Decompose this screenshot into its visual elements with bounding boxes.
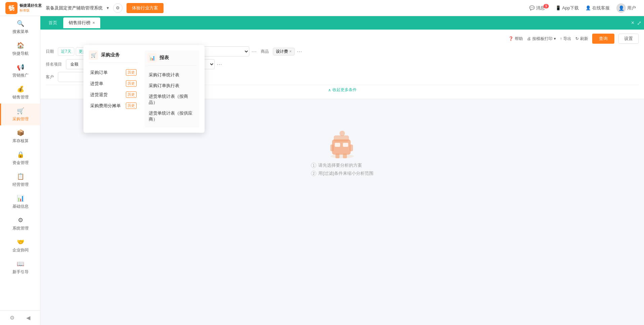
print-button[interactable]: 🖨 按模板打印 ▾ (527, 36, 556, 42)
sidebar-item-purchase[interactable]: 🛒 采购管理 (0, 104, 40, 125)
query-button[interactable]: 查询 (592, 34, 614, 44)
online-service-button[interactable]: 👤 在线客服 (585, 5, 610, 11)
avatar: 👤 (616, 3, 626, 13)
sidebar-item-label: 库存核算 (12, 138, 29, 144)
message-button[interactable]: 💬 消息 9 (529, 5, 549, 11)
top-header: 畅 畅捷通好生意 标准版 装备及固定资产辅助管理系统 ▾ ⚙ 体验行业方案 💬 … (0, 0, 644, 16)
industry-button[interactable]: 体验行业方案 (127, 3, 164, 13)
history-tag-expense: 历史 (126, 103, 137, 109)
basic-info-icon: 📊 (16, 194, 25, 202)
sidebar-item-guide[interactable]: 📖 新手引导 (0, 256, 40, 278)
dropdown-item-order-stats[interactable]: 采购订单统计表 (147, 70, 196, 80)
export-button[interactable]: ↑ 导出 (560, 36, 571, 42)
settings-button[interactable]: 设置 (618, 34, 639, 44)
svg-rect-7 (343, 154, 347, 158)
sales-icon: 💰 (16, 85, 25, 93)
refresh-button[interactable]: ↻ 刷新 (575, 36, 588, 42)
goods-tag: 设计费 × (273, 48, 295, 55)
sidebar-item-system[interactable]: ⚙ 系统管理 (0, 213, 40, 235)
tab-bar: 首页 销售排行榜 × × ⤢ (40, 16, 644, 30)
dropdown-item-return[interactable]: 进货退货 历史 (89, 89, 138, 100)
sidebar-collapse-button[interactable]: ◀ (26, 315, 30, 321)
history-tag-return: 历史 (126, 91, 137, 98)
user-menu-button[interactable]: 👤 用户 (616, 3, 636, 13)
header-middle: 装备及固定资产辅助管理系统 ▾ ⚙ 体验行业方案 (46, 3, 529, 13)
reports-col-icon: 📊 (147, 53, 157, 63)
guide-icon: 📖 (16, 260, 25, 268)
sidebar-item-label: 新手引导 (12, 269, 29, 275)
status-more-button[interactable]: ⋯ (251, 48, 257, 55)
tab-sales-ranking[interactable]: 销售排行榜 × (63, 17, 100, 28)
sidebar-item-label: 经营管理 (12, 182, 29, 188)
print-icon: 🖨 (527, 36, 531, 41)
tab-home[interactable]: 首页 (43, 17, 63, 28)
salesperson-more-button[interactable]: ⋯ (217, 61, 222, 68)
dropdown-item-order-exec[interactable]: 采购订单执行表 (147, 80, 196, 91)
tab-close-button[interactable]: × (93, 21, 95, 25)
purchase-business-col: 🛒 采购业务 采购订单 历史 进货单 历史 进货退货 历史 (89, 50, 138, 127)
sidebar-item-marketing[interactable]: 📢 营销推广 (0, 60, 40, 82)
sidebar-item-label: 企业协同 (12, 247, 29, 253)
search-menu-icon: 🔍 (16, 19, 25, 28)
sidebar-item-search-menu[interactable]: 🔍 搜索菜单 (0, 16, 40, 38)
dropdown-item-inbound-stats-supplier[interactable]: 进货单统计表（按供应商） (147, 108, 196, 125)
dropdown-item-expense[interactable]: 采购费用分摊单 历史 (89, 100, 138, 111)
logo-text: 畅捷通好生意 标准版 (20, 3, 42, 13)
sidebar-item-finance[interactable]: 🔒 资金管理 (0, 147, 40, 169)
operation-icon: 📋 (16, 172, 25, 180)
header-right: 💬 消息 9 📱 App下载 👤 在线客服 👤 用户 (529, 3, 636, 13)
svg-rect-3 (343, 143, 348, 147)
sidebar-item-label: 营销推广 (12, 73, 29, 78)
print-dropdown-icon: ▾ (554, 36, 556, 41)
dropdown-item-purchase-order[interactable]: 采购订单 历史 (89, 67, 138, 78)
sidebar-item-inventory[interactable]: 📦 库存核算 (0, 125, 40, 147)
sidebar-item-label: 采购管理 (12, 116, 29, 122)
reports-col: 📊 报表 采购订单统计表 采购订单执行表 进货单统计表（按商品） 进货单统计表（… (145, 50, 199, 127)
sidebar-item-label: 快捷导航 (12, 51, 29, 56)
goods-tag-close[interactable]: × (289, 49, 292, 54)
sidebar-item-sales[interactable]: 💰 销售管理 (0, 82, 40, 104)
sidebar-item-label: 基础信息 (12, 204, 29, 209)
purchase-col-title: 采购业务 (101, 52, 120, 58)
svg-rect-1 (332, 139, 351, 155)
svg-rect-8 (334, 135, 349, 141)
export-icon: ↑ (560, 36, 562, 41)
help-button[interactable]: ❓ 帮助 (508, 36, 523, 42)
date-quick-7days[interactable]: 近7天 (58, 47, 74, 56)
dropdown-columns: 🛒 采购业务 采购订单 历史 进货单 历史 进货退货 历史 (89, 50, 199, 127)
sidebar-item-operation[interactable]: 📋 经营管理 (0, 169, 40, 191)
sidebar-item-enterprise[interactable]: 🤝 企业协同 (0, 235, 40, 256)
content-area: 首页 销售排行榜 × × ⤢ ❓ 帮助 (40, 16, 644, 325)
sidebar-bottom: ⚙ ◀ (0, 310, 40, 325)
tab-minimize-button[interactable]: × (631, 20, 634, 26)
svg-point-0 (330, 154, 354, 158)
marketing-icon: 📢 (16, 63, 25, 71)
svg-rect-2 (335, 143, 340, 147)
sidebar-item-label: 销售管理 (12, 94, 29, 100)
app-icon: 📱 (556, 5, 561, 10)
step-1-text: 请先选择要分析的方案 (318, 162, 362, 168)
inventory-icon: 📦 (16, 129, 25, 137)
svg-rect-6 (335, 154, 339, 158)
sidebar-item-quick-nav[interactable]: 🏠 快捷导航 (0, 38, 40, 60)
tab-expand-button[interactable]: ⤢ (637, 20, 641, 26)
collapse-icon: ∧ (328, 88, 331, 92)
purchase-icon: 🛒 (16, 107, 25, 115)
settings-gear-button[interactable]: ⚙ (113, 3, 122, 13)
dropdown-item-inbound[interactable]: 进货单 历史 (89, 78, 138, 89)
sidebar-item-label: 系统管理 (12, 226, 29, 231)
empty-illustration (322, 126, 362, 160)
goods-more-button[interactable]: ⋯ (297, 48, 302, 55)
logo-icon: 畅 (5, 2, 17, 14)
svg-rect-5 (350, 145, 353, 151)
dropdown-item-inbound-stats-goods[interactable]: 进货单统计表（按商品） (147, 91, 196, 108)
system-icon: ⚙ (16, 216, 25, 224)
sidebar-item-label: 资金管理 (12, 160, 29, 166)
sidebar-settings-button[interactable]: ⚙ (10, 315, 14, 321)
sidebar-item-basic-info[interactable]: 📊 基础信息 (0, 191, 40, 213)
purchase-col-icon: 🛒 (89, 50, 98, 60)
filter-toolbar: ❓ 帮助 🖨 按模板打印 ▾ ↑ 导出 ↻ 刷新 (46, 34, 639, 44)
app-download-button[interactable]: 📱 App下载 (556, 5, 579, 11)
sidebar-item-label: 搜索菜单 (12, 29, 29, 35)
system-title-dropdown[interactable]: ▾ (107, 5, 109, 10)
